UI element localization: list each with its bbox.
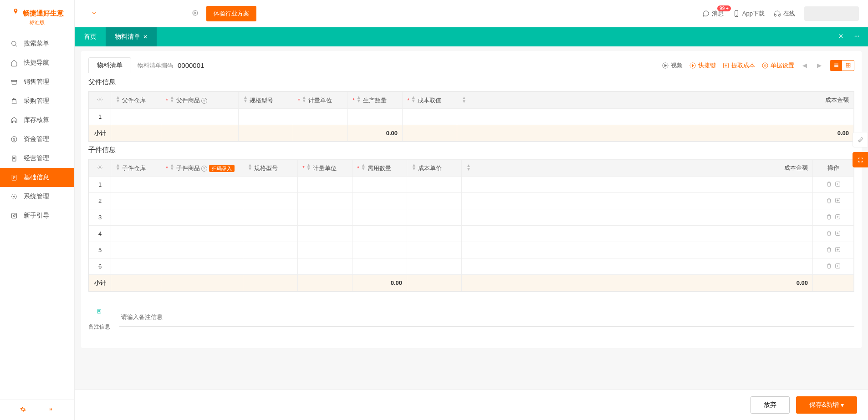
org-selector[interactable] — [84, 8, 184, 19]
table-row[interactable]: 4 — [89, 226, 854, 242]
sidebar-item-2[interactable]: 销售管理 — [0, 72, 74, 91]
delete-row-icon[interactable] — [826, 231, 832, 238]
parent-col-gear[interactable] — [89, 92, 111, 109]
sidebar-item-9[interactable]: 新手引导 — [0, 206, 74, 225]
app-download-label: App下载 — [742, 10, 765, 18]
prev-doc-icon[interactable]: ◀ — [801, 61, 809, 70]
child-col-warehouse[interactable]: ▲▼子件仓库 — [111, 160, 161, 177]
extract-cost-button[interactable]: 提取成本 — [722, 61, 755, 70]
table-row[interactable]: 1 — [89, 177, 854, 193]
app-download-button[interactable]: App下载 — [733, 10, 765, 18]
remark-icon — [93, 309, 106, 321]
scan-input-tag[interactable]: 扫码录入 — [209, 165, 235, 172]
parent-col-qty[interactable]: ▲▼生产数量 — [348, 92, 403, 109]
parent-col-spec[interactable]: ▲▼规格型号 — [239, 92, 293, 109]
child-col-product[interactable]: ▲▼子件商品?扫码录入 — [161, 160, 243, 177]
sidebar-item-3[interactable]: 采购管理 — [0, 91, 74, 111]
org-settings-icon[interactable] — [190, 8, 200, 19]
sidebar-item-label: 基础信息 — [24, 173, 49, 182]
delete-row-icon[interactable] — [826, 263, 832, 270]
delete-row-icon[interactable] — [826, 247, 832, 254]
sidebar-item-4[interactable]: 库存核算 — [0, 111, 74, 130]
child-col-unit[interactable]: ▲▼计量单位 — [298, 160, 352, 177]
table-row[interactable]: 2 — [89, 193, 854, 209]
sidebar-item-5[interactable]: 资金管理 — [0, 130, 74, 149]
add-row-icon[interactable] — [835, 214, 841, 221]
messages-badge: 99 + — [717, 5, 731, 11]
page-header: 物料清单 物料清单编码 0000001 视频 快捷键 提取成本 单据设置 ◀ ▶ — [88, 57, 854, 73]
collapse-sidebar-icon[interactable] — [48, 406, 54, 414]
view-toggle — [830, 60, 854, 71]
brand-name: 畅捷通好生意 — [23, 9, 64, 18]
parent-col-costsrc[interactable]: ▲▼成本取值 — [403, 92, 457, 109]
parent-col-product[interactable]: ▲▼父件商品? — [161, 92, 239, 109]
sidebar-item-7[interactable]: 基础信息 — [0, 168, 74, 187]
attachment-icon[interactable] — [853, 132, 868, 147]
sidebar-item-1[interactable]: 快捷导航 — [0, 53, 74, 72]
child-col-price[interactable]: ▲▼成本单价 — [407, 160, 462, 177]
bag-icon — [10, 97, 18, 105]
tab-home[interactable]: 首页 — [75, 27, 106, 46]
child-col-spec[interactable]: ▲▼规格型号 — [243, 160, 298, 177]
add-row-icon[interactable] — [835, 247, 841, 254]
svg-point-26 — [764, 65, 766, 66]
parent-col-unit[interactable]: ▲▼计量单位 — [293, 92, 348, 109]
child-col-costamt[interactable]: ▲▼成本金额 — [462, 160, 813, 177]
fullscreen-icon[interactable] — [853, 152, 868, 167]
sidebar-item-0[interactable]: 搜索菜单 — [0, 34, 74, 53]
sidebar-item-label: 库存核算 — [24, 116, 49, 124]
user-avatar[interactable] — [804, 6, 859, 21]
save-new-button[interactable]: 保存&新增▾ — [796, 396, 857, 414]
tab-close-all-icon[interactable] — [834, 31, 848, 42]
float-toolbar — [853, 132, 868, 167]
add-row-icon[interactable] — [835, 198, 841, 205]
svg-rect-33 — [846, 66, 848, 67]
child-table: ▲▼子件仓库 ▲▼子件商品?扫码录入 ▲▼规格型号 ▲▼计量单位 ▲▼需用数量 … — [89, 159, 854, 291]
table-row[interactable]: 6 — [89, 258, 854, 275]
tab-material-list[interactable]: 物料清单 ✕ — [106, 27, 157, 46]
next-doc-icon[interactable]: ▶ — [815, 61, 823, 70]
online-support-button[interactable]: 在线 — [774, 10, 795, 18]
parent-col-costamt[interactable]: ▲▼成本金额 — [457, 92, 854, 109]
table-row[interactable]: 5 — [89, 242, 854, 258]
messages-button[interactable]: 消息 99 + — [702, 10, 724, 18]
child-col-qty[interactable]: ▲▼需用数量 — [352, 160, 407, 177]
add-row-icon[interactable] — [835, 182, 841, 188]
discard-button[interactable]: 放弃 — [751, 396, 790, 414]
child-col-gear[interactable] — [89, 160, 111, 177]
doc-setting-button[interactable]: 单据设置 — [761, 61, 794, 70]
remark-input[interactable] — [119, 309, 854, 327]
child-section-title: 子件信息 — [88, 146, 854, 154]
sidebar-item-6[interactable]: 经营管理 — [0, 149, 74, 168]
close-icon[interactable]: ✕ — [143, 34, 148, 40]
video-button[interactable]: 视频 — [662, 61, 683, 70]
settings-icon[interactable] — [20, 406, 26, 414]
add-row-icon[interactable] — [835, 263, 841, 270]
info-icon[interactable]: ? — [201, 98, 207, 104]
add-row-icon[interactable] — [835, 231, 841, 238]
remark-section: 备注信息 — [88, 300, 854, 342]
parent-section-title: 父件信息 — [88, 78, 854, 86]
tab-more-icon[interactable] — [850, 31, 863, 42]
svg-point-20 — [856, 35, 857, 36]
delete-row-icon[interactable] — [826, 198, 832, 205]
view-grid-icon[interactable] — [842, 61, 854, 71]
topbar: 体验行业方案 消息 99 + App下载 在线 — [75, 0, 868, 27]
parent-subtotal-qty: 0.00 — [348, 125, 403, 142]
svg-point-21 — [858, 35, 859, 36]
table-row[interactable]: 3 — [89, 209, 854, 226]
table-row[interactable]: 1 — [89, 109, 854, 125]
shortcut-button[interactable]: 快捷键 — [689, 61, 716, 70]
home-icon — [10, 59, 18, 67]
info-icon[interactable]: ? — [201, 166, 207, 172]
chevron-down-icon: ▾ — [841, 401, 844, 409]
delete-row-icon[interactable] — [826, 214, 832, 221]
shop-icon — [10, 78, 18, 86]
footer-bar: 放弃 保存&新增▾ — [75, 390, 868, 420]
view-list-icon[interactable] — [830, 61, 842, 71]
sidebar-item-8[interactable]: 系统管理 — [0, 187, 74, 206]
delete-row-icon[interactable] — [826, 182, 832, 188]
parent-col-warehouse[interactable]: ▲▼父件仓库 — [111, 92, 161, 109]
sidebar-item-label: 快捷导航 — [24, 59, 49, 67]
cta-experience-button[interactable]: 体验行业方案 — [206, 6, 256, 21]
